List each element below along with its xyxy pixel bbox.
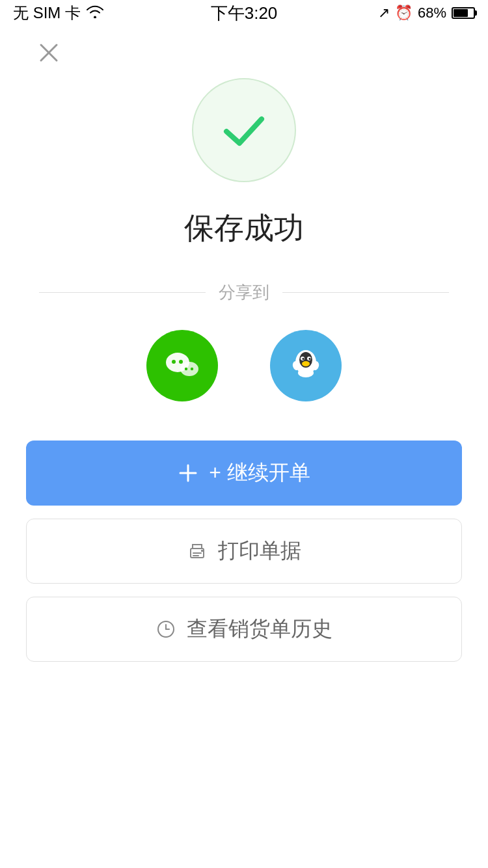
svg-rect-21 bbox=[193, 552, 202, 554]
history-icon bbox=[156, 619, 176, 640]
svg-rect-22 bbox=[193, 555, 199, 556]
battery-icon bbox=[452, 7, 475, 19]
wechat-share-button[interactable] bbox=[146, 330, 218, 401]
continue-button[interactable]: + 继续开单 bbox=[26, 441, 462, 506]
svg-point-17 bbox=[298, 368, 314, 377]
status-right: ↗ ⏰ 68% bbox=[378, 5, 475, 21]
svg-point-6 bbox=[185, 368, 187, 370]
close-button[interactable] bbox=[33, 36, 65, 69]
divider-line-left bbox=[39, 292, 206, 293]
print-icon bbox=[187, 541, 208, 562]
status-left: 无 SIM 卡 bbox=[13, 3, 104, 23]
share-label: 分享到 bbox=[219, 281, 269, 304]
share-divider: 分享到 bbox=[0, 281, 488, 304]
wifi-icon bbox=[86, 4, 104, 22]
location-icon: ↗ bbox=[378, 5, 390, 21]
status-time: 下午3:20 bbox=[211, 2, 278, 25]
svg-point-7 bbox=[191, 368, 193, 370]
success-title: 保存成功 bbox=[184, 208, 304, 249]
success-icon-circle bbox=[192, 78, 296, 182]
divider-line-right bbox=[282, 292, 449, 293]
svg-point-13 bbox=[309, 358, 311, 360]
history-button-label: 查看销货单历史 bbox=[187, 615, 332, 644]
alarm-icon: ⏰ bbox=[395, 5, 413, 21]
svg-point-3 bbox=[172, 360, 176, 364]
main-content: 保存成功 分享到 bbox=[0, 26, 488, 662]
plus-icon bbox=[178, 463, 198, 483]
svg-point-14 bbox=[302, 361, 310, 366]
svg-point-12 bbox=[303, 358, 305, 360]
history-button[interactable]: 查看销货单历史 bbox=[26, 597, 462, 662]
continue-button-label: + 继续开单 bbox=[209, 459, 310, 487]
qq-share-button[interactable] bbox=[270, 330, 342, 401]
svg-point-4 bbox=[179, 360, 183, 364]
no-sim-text: 无 SIM 卡 bbox=[13, 3, 81, 23]
battery-percent: 68% bbox=[418, 5, 446, 21]
print-button[interactable]: 打印单据 bbox=[26, 519, 462, 584]
action-buttons: + 继续开单 打印单据 查看销货单历史 bbox=[0, 441, 488, 662]
svg-rect-23 bbox=[201, 550, 203, 552]
print-button-label: 打印单据 bbox=[218, 537, 301, 565]
status-bar: 无 SIM 卡 下午3:20 ↗ ⏰ 68% bbox=[0, 0, 488, 26]
share-icons-row bbox=[146, 330, 342, 401]
svg-point-5 bbox=[180, 362, 198, 376]
